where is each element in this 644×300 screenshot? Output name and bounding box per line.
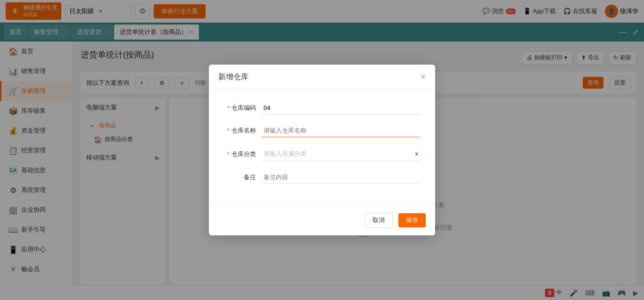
form-row-code: 仓库编码: [224, 101, 420, 115]
warehouse-category-label: 仓库分类: [224, 150, 262, 158]
warehouse-code-label: 仓库编码: [224, 104, 262, 112]
modal-close-button[interactable]: ×: [421, 72, 426, 82]
modal-header: 新增仓库 ×: [209, 65, 435, 90]
category-dropdown-icon: ▾: [415, 150, 418, 158]
modal-overlay: 新增仓库 × 仓库编码 仓库名称 仓库分类 请输入所属分类 ▾: [0, 0, 644, 300]
form-row-category: 仓库分类 请输入所属分类 ▾: [224, 147, 420, 161]
cancel-button[interactable]: 取消: [364, 213, 393, 228]
modal-footer: 取消 保存: [209, 205, 435, 235]
warehouse-code-input[interactable]: [262, 101, 420, 115]
form-row-name: 仓库名称: [224, 124, 420, 137]
add-warehouse-modal: 新增仓库 × 仓库编码 仓库名称 仓库分类 请输入所属分类 ▾: [209, 65, 435, 235]
warehouse-remark-input[interactable]: [262, 171, 420, 184]
save-button[interactable]: 保存: [398, 213, 426, 227]
warehouse-category-select[interactable]: 请输入所属分类 ▾: [262, 147, 420, 161]
warehouse-category-placeholder: 请输入所属分类: [264, 150, 306, 158]
warehouse-remark-label: 备注: [224, 173, 262, 182]
warehouse-name-input[interactable]: [262, 124, 420, 137]
warehouse-name-label: 仓库名称: [224, 126, 262, 135]
modal-body: 仓库编码 仓库名称 仓库分类 请输入所属分类 ▾ 备注: [209, 90, 435, 205]
modal-title: 新增仓库: [218, 72, 248, 82]
form-row-remark: 备注: [224, 171, 420, 184]
